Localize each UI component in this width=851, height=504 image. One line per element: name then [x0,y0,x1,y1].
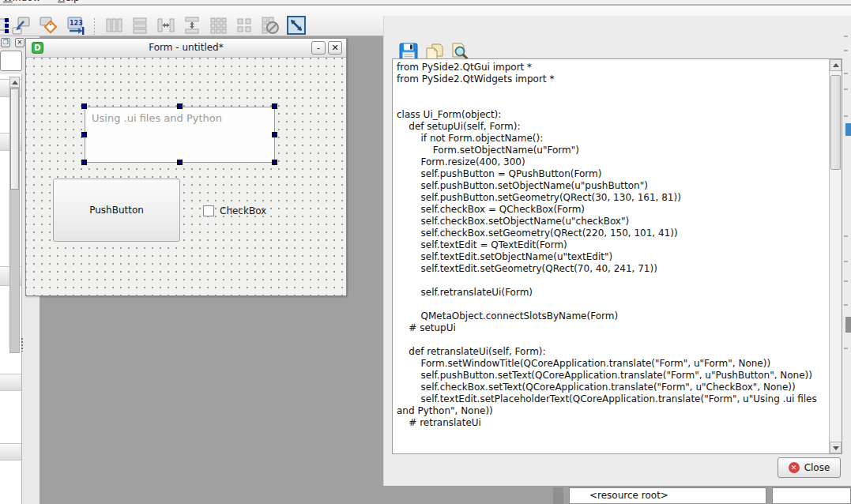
resource-preview-panel [772,487,851,504]
selection-handle[interactable] [177,160,183,165]
selection-handle[interactable] [177,103,183,109]
close-window-button[interactable]: ✕ [328,41,342,55]
close-dialog-button[interactable]: ✕ Close [778,457,841,478]
right-panel-sliver [844,280,848,282]
generated-python-code[interactable]: from PySide2.QtGui import * from PySide2… [393,59,829,453]
widget-box-scrollbar[interactable] [9,77,20,353]
break-layout-icon[interactable] [261,16,280,35]
scrollbar-thumb[interactable] [830,75,841,170]
text-edit-widget[interactable]: Using .ui files and Python [85,107,275,163]
right-panel-scroll-thumb [845,317,851,333]
edit-buddies-icon[interactable] [40,16,58,35]
right-panel-sliver [844,36,848,37]
layout-horizontally-icon[interactable] [104,16,123,35]
right-panel-sliver [844,115,848,117]
edit-widgets-icon[interactable] [0,16,9,35]
form-window-title: Form - untitled* [26,42,346,53]
widget-box-list[interactable] [0,74,22,504]
form-window-titlebar[interactable]: D Form - untitled* - ✕ [26,39,346,58]
right-panel-sliver [844,88,848,90]
selection-handle[interactable] [81,103,87,109]
close-button-label: Close [804,462,830,473]
close-icon: ✕ [789,462,800,473]
edit-signals-slots-icon[interactable] [12,16,31,35]
layout-vertical-splitter-icon[interactable] [183,16,201,35]
code-view-frame: from PySide2.QtGui import * from PySide2… [392,58,842,454]
menu-bar: Window Help [0,0,851,5]
form-editor-window: D Form - untitled* - ✕ Using .ui files a… [25,38,347,296]
selection-handle[interactable] [272,132,277,137]
right-panel-sliver [844,50,848,51]
menu-help[interactable]: Help [58,0,79,3]
scroll-down-icon[interactable] [830,442,842,453]
widgetbox-category-header[interactable] [0,374,22,391]
layout-grid-icon[interactable] [209,16,228,35]
selection-handle[interactable] [81,160,87,165]
form-canvas[interactable]: Using .ui files and Python PushButton Ch… [26,58,346,295]
right-panel-selected-item [845,123,851,136]
resource-root-item[interactable]: <resource root> [589,490,668,501]
layout-form-icon[interactable] [235,16,254,35]
dock-titlebar-buttons: ❐ ✕ [1,38,26,49]
selection-handle[interactable] [81,132,87,137]
edit-tab-order-icon[interactable]: 123 [66,16,85,35]
push-button-widget[interactable]: PushButton [53,179,180,242]
checkbox-indicator[interactable] [203,205,214,216]
minimize-button[interactable]: - [311,41,326,55]
layout-horizontal-splitter-icon[interactable] [156,16,175,35]
widgetbox-category-header[interactable] [0,443,22,461]
adjust-size-icon[interactable] [287,16,306,35]
qt-designer-screen: Window Help [0,0,851,504]
selection-handle[interactable] [272,103,277,109]
right-panel-sliver [844,73,848,74]
menu-window[interactable]: Window [3,0,40,3]
right-panel-sliver [844,348,848,349]
view-python-code-dialog: from PySide2.QtGui import * from PySide2… [383,16,851,486]
check-box-widget[interactable]: CheckBox [203,205,266,217]
dock-float-icon[interactable]: ❐ [1,38,10,47]
svg-text:123: 123 [70,20,83,27]
selection-handle[interactable] [272,160,277,165]
dock-close-icon[interactable]: ✕ [15,38,24,47]
toolbar-separator [93,17,96,35]
resource-browser-panel: <resource root> [569,487,766,504]
dock-splitter-grip[interactable] [21,337,24,352]
right-panel-sliver [844,304,848,306]
widget-filter-input[interactable] [0,51,22,71]
checkbox-label: CheckBox [220,205,266,216]
layout-vertically-icon[interactable] [130,16,149,35]
bottom-splitter-block [553,487,563,504]
scrollbar-thumb[interactable] [10,88,19,190]
right-panel-sliver [844,235,848,237]
scroll-up-icon[interactable] [830,59,842,71]
scroll-up-icon[interactable] [10,77,19,88]
right-panel-sliver [844,261,848,262]
code-scrollbar[interactable] [829,59,842,453]
